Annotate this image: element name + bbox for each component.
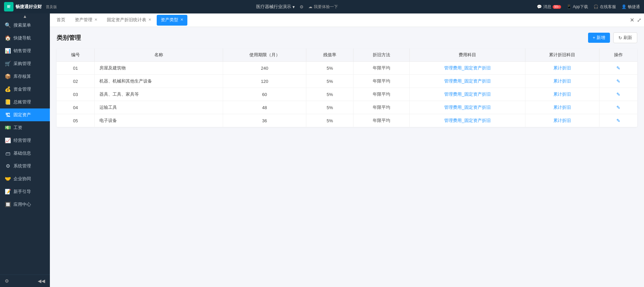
customer-service-btn[interactable]: 🎧 在线客服	[593, 4, 616, 10]
tab-label-asset-type: 资产类型	[161, 17, 178, 23]
sidebar-label-sales: 销售管理	[13, 48, 31, 54]
table-cell: 管理费用_固定资产折旧	[410, 114, 525, 127]
edit-action[interactable]: ✎	[600, 75, 637, 88]
col-header: 残值率	[306, 49, 354, 62]
table-cell: 240	[223, 62, 306, 75]
sidebar-item-sales[interactable]: 📊 销售管理	[0, 44, 50, 57]
tab-close-asset-type[interactable]: ✕	[180, 18, 183, 22]
app-logo-icon: 财	[4, 2, 13, 11]
sidebar-scroll-up[interactable]: ▲	[0, 13, 50, 19]
table-cell: 05	[57, 114, 94, 127]
page-content: 类别管理 + 新增 ↻ 刷新 编号名称使用期限（月）残值率折旧方法费用科目累计折…	[50, 27, 644, 287]
sidebar-item-cooperation[interactable]: 🤝 企业协同	[0, 172, 50, 185]
refresh-icon: ↻	[618, 35, 622, 40]
sidebar-label-salary: 工资	[13, 125, 22, 131]
sidebar-icon-capital: 💰	[5, 86, 11, 92]
edit-action[interactable]: ✎	[600, 88, 637, 101]
edit-icon[interactable]: ✎	[616, 65, 620, 71]
refresh-btn[interactable]: ↻ 刷新	[613, 32, 637, 43]
sidebar-icon-system: ⚙	[5, 163, 11, 169]
sidebar-item-inventory[interactable]: 📦 库存核算	[0, 70, 50, 83]
sidebar-label-cooperation: 企业协同	[13, 176, 31, 182]
sidebar-item-app-center[interactable]: 🔲 应用中心	[0, 198, 50, 211]
edit-icon[interactable]: ✎	[616, 92, 620, 97]
app-download-btn[interactable]: 📱 App下载	[566, 4, 588, 10]
col-header: 费用科目	[410, 49, 525, 62]
sidebar-item-basic-info[interactable]: 🗃 基础信息	[0, 147, 50, 160]
edit-icon[interactable]: ✎	[616, 118, 620, 123]
edit-icon[interactable]: ✎	[616, 105, 620, 110]
sidebar-label-operations: 经营管理	[13, 137, 31, 144]
sidebar-icon-quick-nav: 🏠	[5, 35, 11, 41]
sidebar-label-ledger: 总账管理	[13, 99, 31, 105]
settings-footer-icon[interactable]: ⚙	[5, 278, 9, 284]
edit-action[interactable]: ✎	[600, 62, 637, 75]
tab-depreciation-table[interactable]: 固定资产折旧统计表✕	[103, 15, 155, 26]
page-title: 类别管理	[57, 34, 81, 42]
customer-service-label: 在线客服	[600, 4, 616, 10]
table-cell: 5%	[306, 114, 354, 127]
tab-expand-btn[interactable]: ⤢	[637, 17, 641, 23]
tab-asset-mgmt[interactable]: 资产管理✕	[71, 15, 101, 26]
messages-badge: 99+	[553, 5, 561, 9]
sidebar-item-search[interactable]: 🔍 搜索菜单	[0, 19, 50, 32]
sidebar-label-capital: 资金管理	[13, 86, 31, 92]
sidebar-item-fixed-assets[interactable]: 🏗 固定资产	[0, 108, 50, 121]
table-cell: 管理费用_固定资产折旧	[410, 62, 525, 75]
dropdown-icon: ▾	[293, 4, 295, 9]
tab-asset-type[interactable]: 资产类型✕	[157, 15, 187, 26]
experience-btn-label: 我要体验一下	[314, 4, 338, 10]
tab-close-window-btn[interactable]: ✕	[630, 17, 634, 23]
table-cell: 5%	[306, 75, 354, 88]
experience-btn[interactable]: ☁ 我要体验一下	[308, 4, 338, 10]
table-row: 04运输工具485%年限平均管理费用_固定资产折旧累计折旧✎	[57, 101, 637, 114]
tab-home[interactable]: 首页	[53, 15, 69, 26]
app-edition: 普及版	[46, 4, 57, 9]
new-btn[interactable]: + 新增	[588, 33, 610, 43]
tab-label-asset-mgmt: 资产管理	[75, 17, 92, 23]
table-cell: 02	[57, 75, 94, 88]
user-btn[interactable]: 👤 畅捷通	[621, 4, 640, 10]
collapse-footer-icon[interactable]: ◀◀	[38, 278, 45, 284]
sidebar-item-guide[interactable]: 📝 新手引导	[0, 185, 50, 198]
table-cell: 房屋及建筑物	[94, 62, 223, 75]
table-cell: 120	[223, 75, 306, 88]
table-cell: 累计折旧	[525, 114, 599, 127]
top-bar: 财 畅捷通好业财 普及版 医疗器械行业演示 ▾ ⚙ ☁ 我要体验一下 💬 消息 …	[0, 0, 644, 13]
refresh-label: 刷新	[623, 35, 632, 41]
sidebar-item-quick-nav[interactable]: 🏠 快捷导航	[0, 32, 50, 44]
sidebar-item-ledger[interactable]: 📒 总账管理	[0, 96, 50, 108]
sidebar-item-capital[interactable]: 💰 资金管理	[0, 83, 50, 96]
edit-action[interactable]: ✎	[600, 114, 637, 127]
app-logo: 财 畅捷通好业财	[4, 2, 42, 11]
table-cell: 累计折旧	[525, 75, 599, 88]
table-cell: 管理费用_固定资产折旧	[410, 75, 525, 88]
sidebar: ▲ 🔍 搜索菜单 🏠 快捷导航 📊 销售管理 🛒 采购管理 📦 库存核算 💰 资…	[0, 13, 50, 287]
sidebar-item-system[interactable]: ⚙ 系统管理	[0, 160, 50, 172]
sidebar-label-quick-nav: 快捷导航	[13, 35, 31, 41]
table-row: 01房屋及建筑物2405%年限平均管理费用_固定资产折旧累计折旧✎	[57, 62, 637, 75]
sidebar-icon-salary: 💵	[5, 125, 11, 131]
sidebar-icon-basic-info: 🗃	[5, 150, 11, 156]
sidebar-label-search: 搜索菜单	[13, 22, 31, 28]
tab-bar-right: ✕ ⤢	[630, 17, 641, 23]
page-header: 类别管理 + 新增 ↻ 刷新	[57, 32, 637, 43]
tab-label-home: 首页	[57, 17, 65, 23]
table-cell: 年限平均	[354, 88, 410, 101]
messages-btn[interactable]: 💬 消息 99+	[537, 4, 561, 10]
sidebar-item-operations[interactable]: 📈 经营管理	[0, 134, 50, 147]
sidebar-item-purchase[interactable]: 🛒 采购管理	[0, 57, 50, 70]
sidebar-item-salary[interactable]: 💵 工资	[0, 121, 50, 134]
tab-bar: 首页资产管理✕固定资产折旧统计表✕资产类型✕ ✕ ⤢	[50, 13, 644, 27]
table-cell: 48	[223, 101, 306, 114]
table-cell: 04	[57, 101, 94, 114]
user-label: 畅捷通	[628, 4, 640, 10]
edit-icon[interactable]: ✎	[616, 78, 620, 84]
settings-icon-btn[interactable]: ⚙	[298, 3, 306, 11]
tab-close-depreciation-table[interactable]: ✕	[148, 18, 151, 22]
messages-label: 消息	[543, 4, 551, 10]
company-selector[interactable]: 医疗器械行业演示 ▾	[256, 4, 295, 10]
tab-close-asset-mgmt[interactable]: ✕	[94, 18, 97, 22]
company-name: 医疗器械行业演示	[256, 4, 291, 10]
edit-action[interactable]: ✎	[600, 101, 637, 114]
